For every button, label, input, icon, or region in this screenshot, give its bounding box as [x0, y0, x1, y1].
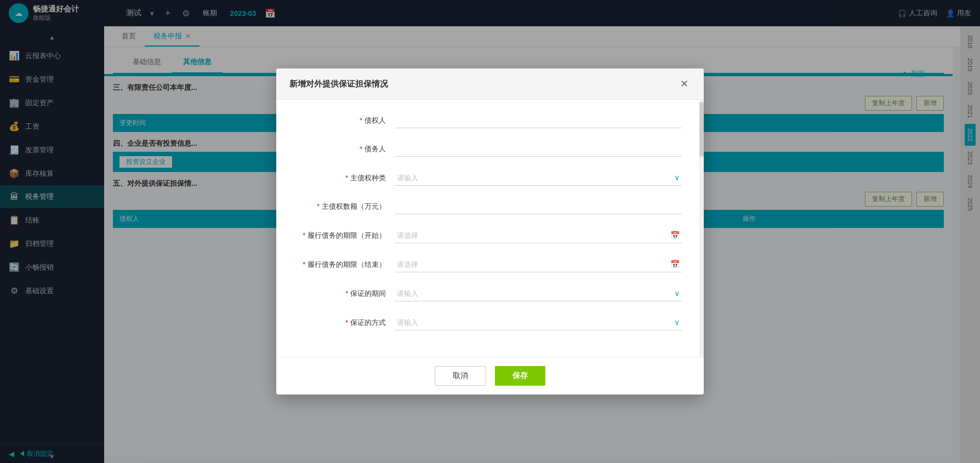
form-row-creditor: * 债权人: [298, 113, 682, 128]
form-row-debtor: * 债务人: [298, 141, 682, 157]
date-period-end[interactable]: 📅: [395, 256, 682, 272]
input-guarantee-period[interactable]: [397, 289, 674, 298]
modal-title: 新增对外提供保证担保情况: [289, 79, 388, 89]
chevron-down-guarantee-period-icon[interactable]: ∨: [674, 289, 680, 298]
calendar-end-icon[interactable]: 📅: [670, 260, 680, 268]
input-debt-type[interactable]: [397, 174, 674, 182]
form-row-guarantee-method: * 保证的方式 ∨: [298, 315, 682, 330]
label-guarantee-method: * 保证的方式: [298, 318, 386, 328]
input-period-end[interactable]: [397, 260, 670, 268]
form-row-period-end: * 履行债务的期限（结束） 📅: [298, 256, 682, 272]
modal-scrollbar-thumb[interactable]: [699, 102, 704, 157]
form-row-guarantee-period: * 保证的期间 ∨: [298, 285, 682, 301]
modal-body: * 债权人 * 债务人 *: [276, 100, 704, 357]
modal-header: 新增对外提供保证担保情况 ✕: [276, 68, 704, 100]
modal-overlay: 新增对外提供保证担保情况 ✕ * 债权人 *: [0, 0, 980, 463]
field-guarantee-method: ∨: [395, 315, 682, 330]
modal-dialog: 新增对外提供保证担保情况 ✕ * 债权人 *: [276, 68, 704, 395]
form-row-debt-type: * 主债权种类 ∨: [298, 170, 682, 186]
chevron-down-icon[interactable]: ∨: [674, 173, 680, 182]
form-row-debt-amount: * 主债权数额（万元）: [298, 199, 682, 214]
select-debt-type[interactable]: ∨: [395, 170, 682, 186]
modal-close-button[interactable]: ✕: [677, 77, 691, 90]
select-guarantee-method[interactable]: ∨: [395, 315, 682, 330]
input-period-start[interactable]: [397, 231, 670, 239]
field-debt-type: ∨: [395, 170, 682, 186]
field-guarantee-period: ∨: [395, 285, 682, 301]
field-debtor: [395, 141, 682, 157]
form-row-period-start: * 履行债务的期限（开始） 📅: [298, 227, 682, 243]
chevron-down-guarantee-method-icon[interactable]: ∨: [674, 318, 680, 327]
date-period-start[interactable]: 📅: [395, 227, 682, 243]
input-guarantee-method[interactable]: [397, 318, 674, 327]
input-creditor[interactable]: [395, 113, 682, 128]
field-period-end: 📅: [395, 256, 682, 272]
field-creditor: [395, 113, 682, 128]
cancel-button[interactable]: 取消: [435, 366, 486, 386]
select-guarantee-period[interactable]: ∨: [395, 285, 682, 301]
label-debt-amount: * 主债权数额（万元）: [298, 202, 386, 212]
modal-footer: 取消 保存: [276, 357, 704, 395]
input-debt-amount[interactable]: [395, 199, 682, 214]
label-period-start: * 履行债务的期限（开始）: [298, 231, 386, 241]
field-period-start: 📅: [395, 227, 682, 243]
field-debt-amount: [395, 199, 682, 214]
modal-scrollbar-track[interactable]: [699, 100, 704, 357]
input-debtor[interactable]: [395, 141, 682, 157]
label-period-end: * 履行债务的期限（结束）: [298, 260, 386, 270]
label-creditor: * 债权人: [298, 116, 386, 125]
calendar-start-icon[interactable]: 📅: [670, 231, 680, 239]
label-debtor: * 债务人: [298, 144, 386, 154]
label-guarantee-period: * 保证的期间: [298, 289, 386, 299]
label-debt-type: * 主债权种类: [298, 173, 386, 183]
save-button[interactable]: 保存: [495, 366, 545, 386]
